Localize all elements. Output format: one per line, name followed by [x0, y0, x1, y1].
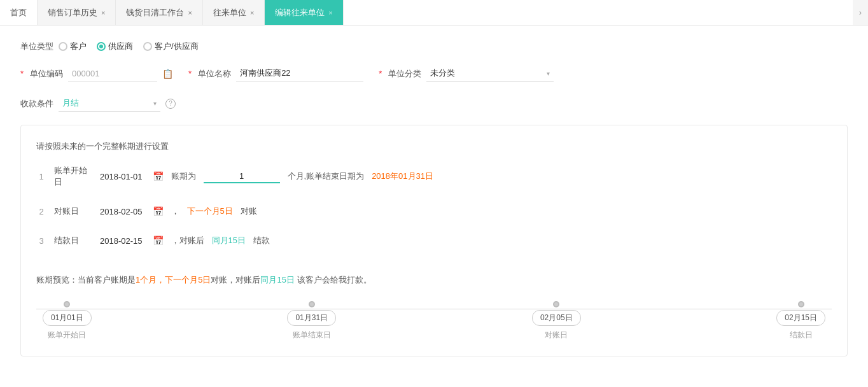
calendar-icon-1[interactable]: 📅: [153, 171, 164, 181]
tl-sub-0: 账单开始日: [48, 330, 86, 341]
name-required-star: *: [188, 69, 192, 78]
unit-type-group: 单位类型 客户 供应商 客户/供应商: [20, 41, 199, 52]
unit-type-row: 单位类型 客户 供应商 客户/供应商: [20, 41, 848, 52]
tab-home-label: 首页: [10, 7, 27, 18]
period-input[interactable]: [204, 170, 280, 183]
preview-section: 账期预览：当前客户账期是1个月，下一个月5日对账，对账后同月15日 该客户会给我…: [36, 264, 832, 341]
radio-customer[interactable]: 客户: [59, 41, 87, 52]
tab-sales-history-close[interactable]: ×: [101, 9, 105, 17]
row-label-1: 账单开始日: [54, 165, 92, 188]
row-num-1: 1: [36, 172, 46, 181]
setting-row-2: 2 对账日 2018-02-05 📅 ， 下一个月5日 对账: [36, 206, 832, 217]
radio-supplier[interactable]: 供应商: [97, 41, 133, 52]
row-num-2: 2: [36, 207, 46, 216]
payment-help-icon[interactable]: ?: [165, 99, 176, 109]
main-content: 单位类型 客户 供应商 客户/供应商 * 单位编码: [0, 25, 868, 387]
row1-mid: 账期为: [171, 171, 196, 182]
payment-chevron-icon: ▾: [153, 100, 157, 107]
row3-highlight: 同月15日: [212, 235, 246, 246]
tab-edit-partner-close[interactable]: ×: [328, 9, 332, 17]
row-num-3: 3: [36, 236, 46, 246]
classify-dropdown[interactable]: 未分类 ▾: [426, 65, 554, 82]
preview-part2: 下一个月5日: [165, 275, 211, 285]
tab-partner[interactable]: 往来单位 ×: [203, 0, 265, 25]
row2-highlight: 下一个月5日: [187, 206, 233, 217]
code-required-star: *: [20, 69, 24, 78]
tab-partner-close[interactable]: ×: [250, 9, 254, 17]
radio-both-label: 客户/供应商: [155, 41, 199, 52]
code-copy-icon[interactable]: 📋: [162, 69, 173, 79]
unit-classify-group: * 单位分类 未分类 ▾: [379, 65, 554, 82]
row2-prefix: ，: [171, 206, 179, 217]
preview-label: 账期预览：当前客户账期是: [36, 275, 136, 285]
tl-sub-1: 账单结束日: [293, 330, 331, 341]
tl-dot-2: [553, 301, 559, 307]
payment-group: 收款条件 月结 ▾ ?: [20, 95, 176, 112]
unit-name-group: * 单位名称: [188, 66, 363, 81]
setting-row-3: 3 结款日 2018-02-15 📅 ，对账后 同月15日 结款: [36, 235, 832, 246]
classify-required-star: *: [379, 69, 382, 78]
unit-code-input[interactable]: [68, 66, 157, 81]
tl-sub-2: 对账日: [545, 330, 568, 341]
radio-customer-circle: [59, 42, 67, 51]
tab-bar: 首页 销售订单历史 × 钱货日清工作台 × 往来单位 × 编辑往来单位 × ›: [0, 0, 868, 25]
preview-mid: 对账，对账后: [211, 275, 260, 285]
tab-edit-partner-label: 编辑往来单位: [275, 7, 325, 18]
unit-name-label: 单位名称: [198, 68, 231, 80]
row1-suffix: 个月,账单结束日期为: [288, 171, 365, 182]
tl-badge-0: 01月01日: [43, 310, 92, 326]
setting-row-1: 1 账单开始日 2018-01-01 📅 账期为 个月,账单结束日期为 2018…: [36, 165, 832, 188]
unit-name-input[interactable]: [236, 66, 363, 81]
payment-dropdown[interactable]: 月结 ▾: [59, 95, 160, 112]
row3-suffix: 结款: [253, 235, 270, 246]
settings-card: 请按照未来的一个完整帐期进行设置 1 账单开始日 2018-01-01 📅 账期…: [20, 125, 848, 356]
tab-cash-work-close[interactable]: ×: [188, 9, 192, 17]
tab-cash-work[interactable]: 钱货日清工作台 ×: [116, 0, 202, 25]
unit-code-label: 单位编码: [30, 68, 63, 80]
row3-prefix: ，对账后: [171, 235, 204, 246]
classify-dropdown-value: 未分类: [430, 67, 543, 79]
timeline-wrapper: 01月01日 账单开始日 01月31日 账单结束日: [36, 301, 832, 341]
tl-dot-1: [309, 301, 315, 307]
row1-highlight: 2018年01月31日: [372, 171, 433, 182]
preview-part1: 1个月，: [136, 275, 165, 285]
tl-item-1: 01月31日 账单结束日: [287, 301, 336, 341]
radio-customer-label: 客户: [70, 41, 87, 52]
row-label-3: 结款日: [54, 235, 92, 246]
tl-badge-2: 02月05日: [532, 310, 581, 326]
tab-sales-history[interactable]: 销售订单历史 ×: [38, 0, 116, 25]
classify-chevron-icon: ▾: [547, 70, 550, 77]
tl-dot-3: [798, 301, 804, 307]
unit-type-label: 单位类型: [20, 41, 53, 52]
timeline-items: 01月01日 账单开始日 01月31日 账单结束日: [43, 301, 825, 341]
date-value-2: 2018-02-05: [100, 207, 143, 216]
preview-part3: 同月15日: [260, 275, 294, 285]
tab-edit-partner[interactable]: 编辑往来单位 ×: [265, 0, 343, 25]
tab-more-arrow[interactable]: ›: [853, 0, 868, 25]
tab-sales-history-label: 销售订单历史: [48, 7, 97, 18]
tl-sub-3: 结款日: [790, 330, 813, 341]
preview-end: 该客户会给我打款。: [297, 275, 372, 285]
radio-group: 客户 供应商 客户/供应商: [59, 41, 199, 52]
payment-row: 收款条件 月结 ▾ ?: [20, 95, 848, 112]
radio-supplier-circle: [97, 42, 106, 51]
calendar-icon-2[interactable]: 📅: [153, 206, 164, 216]
tab-home[interactable]: 首页: [0, 0, 38, 25]
radio-supplier-label: 供应商: [108, 41, 133, 52]
calendar-icon-3[interactable]: 📅: [153, 236, 164, 246]
tl-badge-1: 01月31日: [287, 310, 336, 326]
unit-info-row: * 单位编码 📋 * 单位名称 * 单位分类 未分类 ▾: [20, 65, 848, 82]
tab-partner-label: 往来单位: [213, 7, 246, 18]
radio-both[interactable]: 客户/供应商: [143, 41, 199, 52]
row2-suffix: 对账: [241, 206, 257, 217]
date-value-3: 2018-02-15: [100, 236, 143, 246]
unit-code-group: * 单位编码 📋: [20, 66, 173, 81]
preview-text: 账期预览：当前客户账期是1个月，下一个月5日对账，对账后同月15日 该客户会给我…: [36, 274, 832, 286]
unit-classify-label: 单位分类: [388, 68, 421, 80]
tl-dot-0: [64, 301, 70, 307]
tl-item-2: 02月05日 对账日: [532, 301, 581, 341]
tl-item-3: 02月15日 结款日: [776, 301, 825, 341]
tab-cash-work-label: 钱货日清工作台: [126, 7, 184, 18]
date-value-1: 2018-01-01: [100, 172, 143, 181]
radio-both-circle: [143, 42, 152, 51]
